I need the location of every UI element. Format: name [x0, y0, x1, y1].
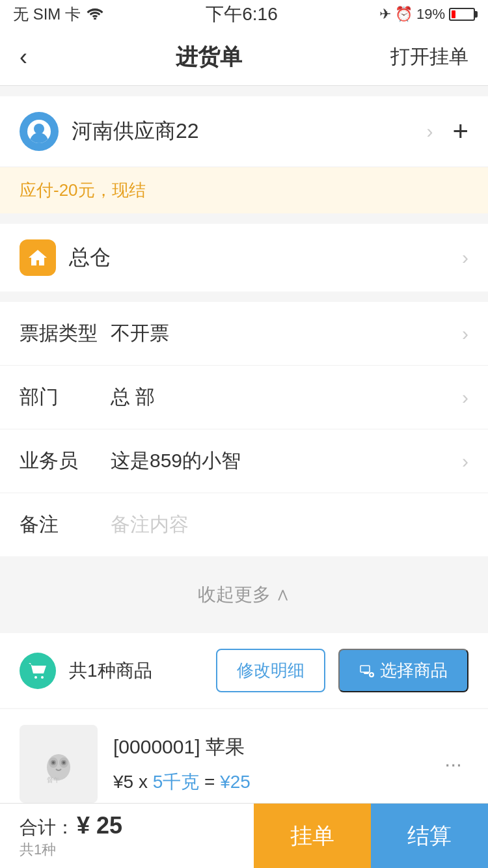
equals-sign: = — [204, 772, 220, 792]
hang-button[interactable]: 挂单 — [254, 804, 371, 868]
invoice-type-value: 不开票 — [111, 320, 462, 347]
checkout-button[interactable]: 结算 — [371, 804, 488, 868]
alarm-icon: ⏰ — [395, 6, 413, 23]
salesperson-value: 这是859的小智 — [111, 448, 462, 474]
remark-input[interactable]: 备注内容 — [111, 511, 468, 538]
select-product-button[interactable]: 选择商品 — [338, 649, 468, 692]
salesperson-label: 业务员 — [20, 448, 111, 474]
product-info: [0000001] 苹果 ¥5 x 5千克 = ¥25 — [113, 734, 422, 794]
supplier-right: › + — [426, 118, 468, 145]
department-value: 总 部 — [111, 384, 462, 411]
warehouse-icon — [20, 239, 56, 276]
back-button[interactable]: ‹ — [20, 44, 27, 71]
cart-icon-wrap — [20, 653, 56, 689]
multiply-sign: x — [139, 772, 153, 792]
battery-icon — [449, 8, 475, 21]
status-right: ✈ ⏰ 19% — [379, 6, 475, 23]
more-options-button[interactable]: ··· — [438, 746, 468, 783]
supplier-row[interactable]: 河南供应商22 › + — [0, 96, 488, 167]
product-header: 共1种商品 修改明细 选择商品 — [0, 633, 488, 708]
status-bar: 无 SIM 卡 下午6:16 ✈ ⏰ 19% — [0, 0, 488, 29]
product-item: 督午 [0000001] 苹果 ¥5 x 5千克 = ¥25 ··· — [0, 709, 488, 819]
product-thumbnail: 督午 — [20, 725, 98, 803]
avatar-icon — [27, 120, 51, 143]
department-label: 部门 — [20, 384, 111, 411]
wifi-icon — [86, 5, 104, 23]
carrier-label: 无 SIM 卡 — [13, 4, 81, 25]
product-total: ¥25 — [220, 772, 251, 792]
supplier-section: 河南供应商22 › + 应付-20元，现结 — [0, 96, 488, 213]
svg-text:督午: 督午 — [47, 776, 60, 783]
product-qty: 5千克 — [153, 772, 200, 792]
remark-row[interactable]: 备注 备注内容 — [0, 493, 488, 556]
warehouse-name: 总仓 — [69, 243, 462, 272]
product-price: ¥5 x 5千克 = ¥25 — [113, 770, 422, 794]
warehouse-row[interactable]: 总仓 › — [0, 224, 488, 292]
collapse-bar[interactable]: 收起更多 ∧ — [0, 567, 488, 623]
chevron-right-icon: › — [462, 450, 468, 472]
chevron-right-icon: › — [462, 387, 468, 409]
total-count: 共1种 — [20, 840, 234, 860]
page-title: 进货单 — [176, 42, 242, 72]
svg-point-10 — [52, 761, 55, 764]
open-hang-button[interactable]: 打开挂单 — [390, 44, 468, 70]
thumb-inner: 督午 — [39, 744, 78, 783]
supplier-name: 河南供应商22 — [72, 117, 426, 146]
product-name: [0000001] 苹果 — [113, 734, 422, 761]
product-title: 苹果 — [206, 736, 245, 757]
status-time: 下午6:16 — [206, 2, 278, 27]
department-row[interactable]: 部门 总 部 › — [0, 366, 488, 429]
product-code: [0000001] — [113, 736, 200, 757]
chevron-right-icon: › — [426, 120, 433, 142]
house-svg — [27, 247, 48, 268]
svg-point-0 — [94, 18, 96, 20]
owl-icon: 督午 — [39, 744, 78, 783]
supplier-alert: 应付-20元，现结 — [0, 167, 488, 213]
select-product-icon — [359, 663, 375, 679]
product-unit-price: ¥5 — [113, 772, 133, 792]
supplier-avatar — [20, 112, 59, 151]
svg-point-2 — [41, 676, 44, 679]
edit-detail-button[interactable]: 修改明细 — [216, 649, 325, 692]
invoice-type-label: 票据类型 — [20, 320, 111, 347]
battery-percent: 19% — [416, 6, 445, 23]
svg-point-11 — [62, 761, 65, 764]
bottom-bar: 合计： ¥ 25 共1种 挂单 结算 — [0, 803, 488, 868]
total-label: 合计： — [20, 815, 74, 840]
warehouse-section: 总仓 › — [0, 224, 488, 292]
total-section: 合计： ¥ 25 共1种 — [0, 804, 254, 868]
chevron-right-icon: › — [462, 247, 468, 269]
cart-icon — [27, 660, 48, 681]
location-icon: ✈ — [379, 6, 391, 23]
total-amount: ¥ 25 — [77, 812, 122, 839]
add-button[interactable]: + — [452, 118, 468, 145]
product-count: 共1种商品 — [69, 658, 203, 683]
nav-bar: ‹ 进货单 打开挂单 — [0, 29, 488, 86]
salesperson-row[interactable]: 业务员 这是859的小智 › — [0, 429, 488, 493]
select-product-label: 选择商品 — [380, 659, 448, 682]
invoice-type-row[interactable]: 票据类型 不开票 › — [0, 302, 488, 366]
form-section: 票据类型 不开票 › 部门 总 部 › 业务员 这是859的小智 › 备注 备注… — [0, 302, 488, 556]
chevron-right-icon: › — [462, 323, 468, 345]
remark-label: 备注 — [20, 511, 111, 538]
status-left: 无 SIM 卡 — [13, 4, 104, 25]
svg-point-1 — [34, 676, 37, 679]
svg-rect-3 — [360, 666, 370, 672]
